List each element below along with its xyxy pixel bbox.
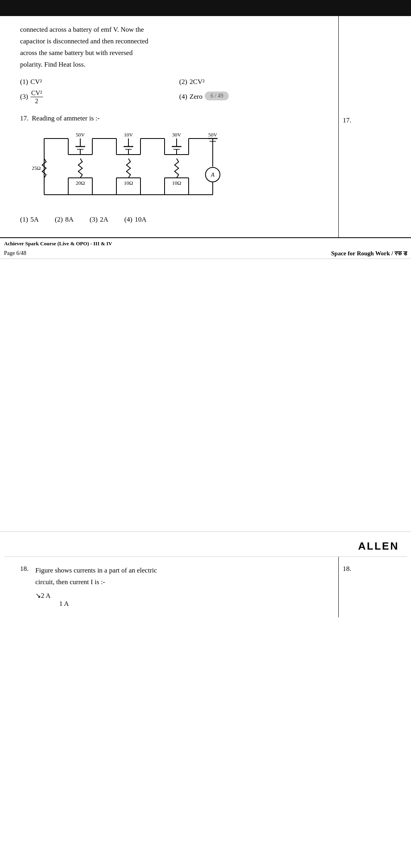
q17-opt4-val: 10A (135, 216, 146, 224)
q17-option4: (4) 10A (124, 216, 146, 224)
q16-numerator: CV² (31, 89, 43, 97)
question-16-block: connected across a battery of emf V. Now… (20, 24, 326, 109)
q18-content-area: 18. Figure shows currents in a part of a… (0, 557, 411, 617)
allen-text: ALLEN (358, 540, 399, 552)
course-name: Achiever Spark Course (Live & OPO) - III… (4, 240, 112, 247)
top-bar (0, 0, 411, 16)
v2-label: 10V (124, 132, 133, 138)
with-word: with (96, 49, 108, 57)
right-q17: 17. (343, 24, 407, 124)
r20-zigzag (78, 159, 82, 178)
q18-diagram-label: ↘2 A (35, 591, 157, 600)
q16-opt4-val: Zero (189, 93, 202, 101)
q17-opt2-num: (2) (55, 216, 63, 224)
q16-denominator: 2 (34, 97, 39, 105)
q18-block: 18. Figure shows currents in a part of a… (20, 561, 326, 608)
q16-option2: (2) 2CV² (179, 78, 327, 86)
rough-work-label: Space for Rough Work / रफ ड (331, 250, 407, 257)
allen-logo: ALLEN (0, 532, 411, 556)
q17-option3: (3) 2A (90, 216, 108, 224)
q16-text: connected across a battery of emf V. Now… (20, 24, 326, 71)
circuit-diagram: A 50V (32, 126, 326, 208)
q16-opt2-num: (2) (179, 78, 187, 86)
q17-opt1-val: 5A (31, 216, 39, 224)
q17-opt2-val: 8A (65, 216, 73, 224)
v3-label: 30V (172, 132, 181, 138)
q18-header: 18. Figure shows currents in a part of a… (20, 565, 326, 608)
page-number: Page 6/48 (4, 250, 26, 257)
footer-bar: Achiever Spark Course (Live & OPO) - III… (0, 237, 411, 249)
q16-option1: (1) CV² (20, 78, 167, 86)
content-area: connected across a battery of emf V. Now… (0, 16, 411, 237)
r10b-zigzag (175, 159, 179, 178)
v4-label: 50V (208, 132, 218, 138)
page-badge: 6 / 49 (205, 92, 229, 100)
page: connected across a battery of emf V. Now… (0, 0, 411, 868)
q16-opt1-val: CV² (31, 78, 42, 86)
q17-opt4-num: (4) (124, 216, 132, 224)
q16-options: (1) CV² (2) 2CV² (3) CV² 2 (20, 78, 326, 105)
q16-option4: (4) Zero 6 / 49 (179, 89, 327, 105)
q17-text: Reading of ammeter is :- (32, 114, 100, 122)
q17-opt3-num: (3) (90, 216, 98, 224)
right-q18: 18. (343, 565, 351, 573)
q16-fraction: CV² 2 (31, 89, 43, 105)
q18-left-panel: 18. Figure shows currents in a part of a… (0, 557, 339, 617)
ammeter-label: A (211, 172, 215, 178)
q16-opt3-num: (3) (20, 93, 28, 101)
q16-opt1-num: (1) (20, 78, 28, 86)
q18-right-panel: 18. (339, 557, 411, 617)
q17-header: 17. Reading of ammeter is :- (20, 114, 326, 122)
q17-num: 17. (20, 114, 28, 122)
right-panel: 17. (339, 16, 411, 237)
q18-line1: Figure shows currents in a part of an el… (35, 565, 157, 577)
footer-bottom: Page 6/48 Space for Rough Work / रफ ड (0, 249, 411, 259)
r10a-zigzag (126, 159, 130, 178)
question-17-block: 17. Reading of ammeter is :- (20, 114, 326, 224)
r10b-label: 10Ω (172, 180, 181, 186)
v1-label: 50V (76, 132, 85, 138)
q17-opt1-num: (1) (20, 216, 28, 224)
q18-next-line: 1 A (35, 600, 157, 608)
q17-options: (1) 5A (2) 8A (3) 2A (4) 10A (20, 216, 326, 224)
q16-opt2-val: 2CV² (189, 78, 204, 86)
q16-option3: (3) CV² 2 (20, 89, 167, 105)
q17-option1: (1) 5A (20, 216, 39, 224)
rough-work-area (0, 259, 411, 532)
q16-opt4-num: (4) (179, 93, 187, 101)
left-panel: connected across a battery of emf V. Now… (0, 16, 339, 237)
r10a-label: 10Ω (124, 180, 133, 186)
q18-num: 18. (20, 565, 32, 573)
q18-text-block: Figure shows currents in a part of an el… (35, 565, 157, 608)
q17-opt3-val: 2A (100, 216, 108, 224)
q18-line2: circuit, then current I is :- (35, 577, 157, 588)
circuit-svg: A 50V (32, 126, 225, 207)
r25-label: 25Ω (32, 165, 41, 171)
q17-option2: (2) 8A (55, 216, 74, 224)
r20-label: 20Ω (76, 180, 85, 186)
